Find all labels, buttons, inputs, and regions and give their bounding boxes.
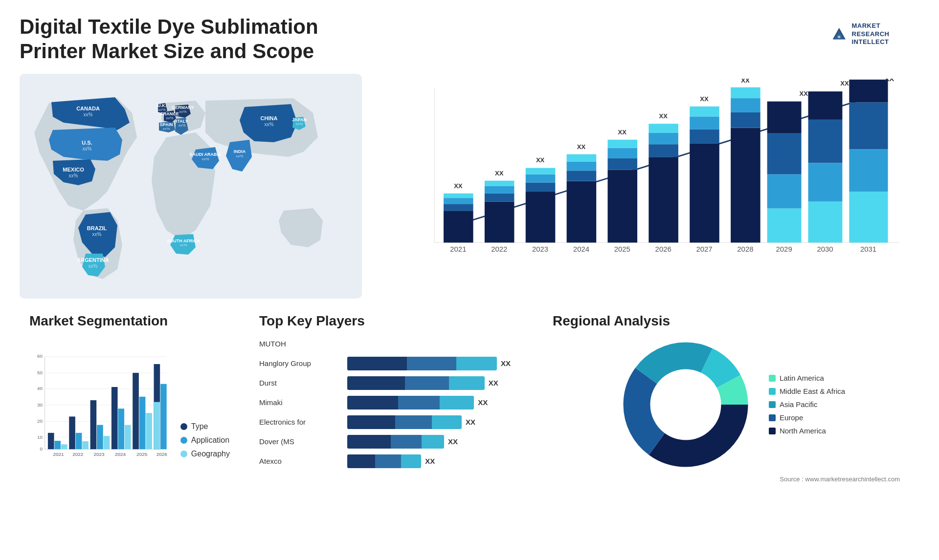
svg-text:XX: XX: [536, 156, 545, 164]
player-name-durst: Durst: [259, 379, 342, 387]
svg-text:xx%: xx%: [92, 232, 102, 237]
legend-item-application: Application: [180, 436, 230, 445]
svg-text:SAUDI ARABIA: SAUDI ARABIA: [189, 152, 222, 157]
svg-rect-77: [690, 107, 719, 117]
latin-america-dot: [769, 375, 776, 382]
geography-dot: [180, 451, 187, 457]
player-bar-electronics: XX: [347, 414, 523, 430]
svg-rect-65: [608, 140, 638, 148]
svg-text:2025: 2025: [614, 245, 630, 253]
svg-rect-63: [608, 158, 638, 170]
player-xx-mimaki: XX: [478, 398, 488, 407]
svg-text:10: 10: [37, 434, 43, 439]
source-text: Source : www.marketresearchintellect.com: [553, 475, 910, 483]
page-container: Digital Textile Dye Sublimation Printer …: [0, 0, 939, 560]
svg-text:INDIA: INDIA: [234, 149, 246, 154]
svg-text:xx%: xx%: [162, 127, 170, 131]
svg-rect-120: [54, 441, 61, 449]
player-bar-mutoh: [347, 336, 523, 352]
svg-text:30: 30: [37, 402, 43, 407]
svg-text:2023: 2023: [94, 452, 105, 457]
svg-rect-44: [485, 201, 514, 242]
legend-item-geography: Geography: [180, 450, 230, 458]
svg-rect-99: [849, 149, 888, 192]
svg-text:xx%: xx%: [166, 116, 173, 120]
svg-text:ARGENTINA: ARGENTINA: [77, 257, 109, 263]
svg-rect-129: [104, 436, 110, 449]
page-title: Digital Textile Dye Sublimation Printer …: [20, 15, 362, 64]
player-row-mutoh: MUTOH: [259, 336, 523, 352]
players-section: Top Key Players MUTOH Hanglory Group XX: [249, 308, 533, 545]
player-row-atexco: Atexco XX: [259, 453, 523, 469]
svg-text:XX: XX: [618, 128, 627, 135]
donut-legend: Latin America Middle East & Africa Asia …: [769, 374, 845, 435]
svg-rect-69: [648, 144, 678, 157]
map-section: CANADA xx% U.S. xx% MEXICO xx% BRAZIL xx…: [20, 74, 362, 299]
svg-rect-50: [526, 192, 556, 242]
svg-text:2022: 2022: [491, 245, 507, 253]
svg-text:2024: 2024: [573, 245, 589, 253]
svg-text:2028: 2028: [737, 245, 753, 253]
svg-text:CANADA: CANADA: [76, 106, 100, 111]
svg-text:XX: XX: [495, 169, 504, 176]
svg-rect-95: [808, 91, 843, 120]
svg-rect-101: [849, 80, 888, 103]
legend-asia-pacific: Asia Pacific: [769, 400, 845, 409]
player-xx-dover: XX: [448, 437, 458, 446]
players-title: Top Key Players: [259, 313, 523, 329]
svg-text:U.S.: U.S.: [82, 140, 92, 146]
svg-rect-86: [767, 208, 802, 242]
svg-text:2027: 2027: [696, 245, 712, 253]
north-america-label: North America: [780, 427, 826, 435]
svg-rect-83: [731, 87, 760, 98]
svg-text:2025: 2025: [136, 452, 148, 457]
svg-rect-88: [767, 133, 802, 174]
svg-rect-64: [608, 148, 638, 158]
svg-text:50: 50: [37, 370, 43, 375]
legend-label-geography: Geography: [191, 450, 230, 458]
svg-rect-71: [648, 124, 678, 133]
svg-text:XX: XX: [454, 182, 463, 189]
svg-text:xx%: xx%: [179, 243, 187, 247]
svg-text:2031: 2031: [860, 245, 876, 253]
growth-chart-section: 2021 XX 2022 XX 2023 XX: [377, 74, 919, 299]
svg-rect-76: [690, 116, 719, 129]
player-bar-durst: XX: [347, 375, 523, 391]
svg-text:2021: 2021: [450, 245, 466, 253]
legend-latin-america: Latin America: [769, 374, 845, 382]
logo-box: M MARKET RESEARCH INTELLECT: [831, 15, 919, 54]
svg-rect-74: [690, 143, 719, 242]
svg-text:2022: 2022: [72, 452, 84, 457]
latin-america-label: Latin America: [780, 374, 824, 382]
legend-europe: Europe: [769, 413, 845, 422]
svg-rect-98: [849, 192, 888, 242]
top-section: CANADA xx% U.S. xx% MEXICO xx% BRAZIL xx…: [20, 74, 919, 299]
player-row-mimaki: Mimaki XX: [259, 395, 523, 410]
svg-rect-81: [731, 112, 760, 128]
svg-point-148: [655, 374, 716, 435]
svg-rect-51: [526, 182, 556, 192]
svg-rect-62: [608, 170, 638, 242]
svg-text:BRAZIL: BRAZIL: [87, 225, 107, 231]
player-row-hanglory: Hanglory Group XX: [259, 356, 523, 371]
svg-rect-132: [118, 409, 124, 449]
svg-text:XX: XX: [659, 112, 668, 120]
player-bar-hanglory: XX: [347, 356, 523, 371]
svg-text:2030: 2030: [817, 245, 833, 253]
player-bar-mimaki: XX: [347, 395, 523, 410]
legend-middle-east: Middle East & Africa: [769, 387, 845, 395]
player-row-electronics: Electronics for XX: [259, 414, 523, 430]
growth-bar-chart: 2021 XX 2022 XX 2023 XX: [406, 79, 910, 279]
legend-label-type: Type: [191, 422, 208, 431]
svg-rect-121: [61, 444, 67, 449]
legend-north-america: North America: [769, 427, 845, 435]
svg-text:2029: 2029: [776, 245, 792, 253]
svg-text:MEXICO: MEXICO: [63, 167, 84, 172]
player-name-hanglory: Hanglory Group: [259, 359, 342, 367]
svg-rect-53: [526, 168, 556, 174]
svg-rect-123: [69, 416, 75, 449]
svg-rect-57: [567, 171, 597, 181]
svg-text:xx%: xx%: [236, 154, 243, 158]
svg-rect-75: [690, 129, 719, 143]
header: Digital Textile Dye Sublimation Printer …: [20, 15, 919, 64]
